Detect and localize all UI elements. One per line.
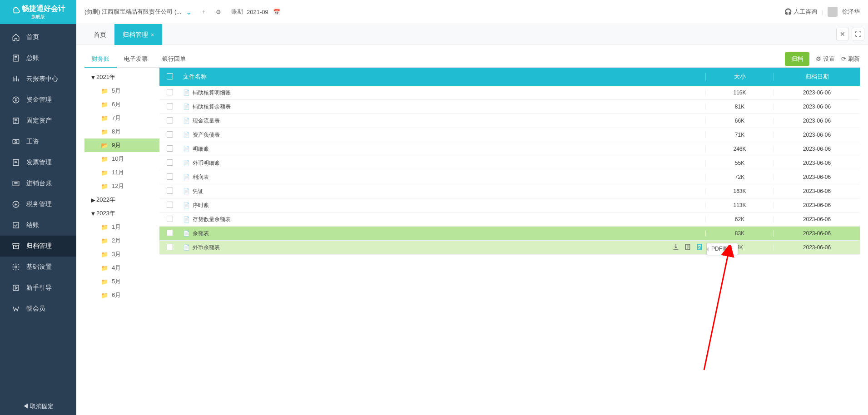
calendar-icon[interactable]: 📅 [273,9,280,15]
unpin-button[interactable]: ◀ 取消固定 [0,402,76,410]
tree-month-2021-11[interactable]: 📁11月 [84,166,159,179]
close-all-tabs-button[interactable]: ✕ [836,28,849,40]
nav-assets[interactable]: 固定资产 [0,110,76,131]
tree-month-2021-9[interactable]: 📂9月 [84,138,159,152]
file-date: 2023-06-06 [774,89,860,96]
nav-ledger[interactable]: 总账 [0,48,76,69]
row-checkbox[interactable] [167,216,173,222]
row-checkbox[interactable] [167,173,173,180]
subtab-einvoice[interactable]: 电子发票 [117,50,155,68]
add-company-icon[interactable]: ＋ [201,8,207,16]
tree-month-2021-12[interactable]: 📁12月 [84,179,159,193]
pdf-view-icon[interactable] [696,243,703,252]
row-checkbox[interactable] [167,202,173,208]
table-row[interactable]: 📄辅助核算明细账116K2023-06-06 [159,86,860,100]
tree-month-2021-6[interactable]: 📁6月 [84,98,159,111]
table-row[interactable]: 📄明细账246K2023-06-06 [159,142,860,156]
subtab-bank[interactable]: 银行回单 [155,50,193,68]
nav-archive[interactable]: 归档管理 [0,236,76,257]
nav-home[interactable]: 首页 [0,27,76,48]
tabs-bar: 首页 归档管理× ✕ ⛶ [76,24,868,45]
chevron-down-icon[interactable]: ⌄ [186,8,192,16]
row-checkbox[interactable] [167,117,173,124]
tree-year-2021[interactable]: ▼2021年 [84,70,159,84]
table-row[interactable]: 📄辅助核算余额表81K2023-06-06 [159,100,860,114]
tree-month-2023-5[interactable]: 📁5月 [84,275,159,288]
tree-month-2021-5[interactable]: 📁5月 [84,84,159,98]
fullscreen-button[interactable]: ⛶ [852,28,864,40]
nav-settings[interactable]: 基础设置 [0,257,76,277]
file-date: 2023-06-06 [774,160,860,166]
company-settings-icon[interactable]: ⚙ [216,9,221,15]
row-checkbox[interactable] [167,89,173,95]
nav-funds[interactable]: 资金管理 [0,89,76,110]
table-row[interactable]: 📄外币余额表8K2023-06-06PDF查看 [159,241,860,255]
consult-link[interactable]: 🎧 人工咨询 [784,8,817,16]
avatar[interactable] [828,7,838,17]
row-checkbox[interactable] [167,103,173,109]
file-name: 资产负债表 [193,131,220,139]
close-icon[interactable]: × [151,32,154,38]
pdf-icon[interactable] [684,243,691,252]
file-name: 序时账 [193,202,209,209]
year-tree: ▼2021年 📁5月 📁6月 📁7月 📁8月 📂9月 📁10月 📁11月 📁12… [84,68,159,404]
file-size: 246K [705,146,774,152]
tooltip: PDF查看 [706,243,738,255]
tree-month-2023-3[interactable]: 📁3月 [84,247,159,261]
tab-archive[interactable]: 归档管理× [114,24,162,45]
settings-link[interactable]: ⚙ 设置 [816,55,835,63]
nav-invoice[interactable]: 发票管理 [0,152,76,173]
table-row[interactable]: 📄资产负债表71K2023-06-06 [159,128,860,142]
download-icon[interactable] [672,243,680,252]
file-name: 余额表 [193,230,209,237]
file-name: 现金流量表 [193,117,220,125]
nav-salary[interactable]: 工资 [0,131,76,152]
refresh-link[interactable]: ⟳ 刷新 [841,55,860,63]
tree-month-2021-7[interactable]: 📁7月 [84,111,159,125]
table-row[interactable]: 📄序时账113K2023-06-06 [159,198,860,212]
nav-guide[interactable]: 新手引导 [0,277,76,298]
row-checkbox[interactable] [167,188,173,194]
period-value[interactable]: 2021-09 [247,9,268,15]
file-size: 55K [705,160,774,166]
tree-month-2021-10[interactable]: 📁10月 [84,152,159,166]
tree-month-2023-2[interactable]: 📁2月 [84,234,159,247]
table-row[interactable]: 📄余额表83K2023-06-06 [159,227,860,241]
table-row[interactable]: 📄现金流量表66K2023-06-06 [159,114,860,128]
file-icon: 📄 [183,230,190,237]
tree-year-2023[interactable]: ▼2023年 [84,207,159,220]
nav-member[interactable]: 畅会员 [0,298,76,319]
file-icon: 📄 [183,244,190,251]
nav-close[interactable]: 结账 [0,215,76,236]
tab-home[interactable]: 首页 [85,24,114,45]
file-date: 2023-06-06 [774,146,860,152]
tree-month-2023-6[interactable]: 📁6月 [84,288,159,302]
select-all-checkbox[interactable] [167,73,173,79]
row-checkbox[interactable] [167,145,173,152]
tree-month-2021-8[interactable]: 📁8月 [84,125,159,138]
file-name: 利润表 [193,173,209,181]
table-row[interactable]: 📄凭证163K2023-06-06 [159,184,860,198]
row-checkbox[interactable] [167,131,173,138]
brand-edition: 旗舰版 [31,14,45,20]
nav-tax[interactable]: 税务管理 [0,194,76,215]
table-row[interactable]: 📄外币明细账55K2023-06-06 [159,156,860,170]
nav-reports[interactable]: 云报表中心 [0,69,76,89]
row-checkbox[interactable] [167,230,173,236]
file-name: 明细账 [193,145,209,153]
tree-month-2023-4[interactable]: 📁4月 [84,261,159,275]
tree-year-2022[interactable]: ▶2022年 [84,193,159,207]
row-checkbox[interactable] [167,244,173,250]
company-selector[interactable]: (勿删) 江西服宝精品有限责任公司 (... [84,8,181,16]
table-row[interactable]: 📄利润表72K2023-06-06 [159,170,860,184]
nav-inout[interactable]: 进销台账 [0,173,76,194]
row-checkbox[interactable] [167,159,173,166]
archive-button[interactable]: 归档 [785,52,809,66]
file-name: 存货数量余额表 [193,216,231,223]
tree-month-2023-1[interactable]: 📁1月 [84,220,159,234]
nav: 首页 总账 云报表中心 资金管理 固定资产 工资 发票管理 进销台账 税务管理 … [0,24,76,319]
username[interactable]: 徐泽华 [842,8,860,16]
file-date: 2023-06-06 [774,216,860,222]
table-row[interactable]: 📄存货数量余额表62K2023-06-06 [159,212,860,227]
subtab-finance[interactable]: 财务账 [84,50,117,68]
